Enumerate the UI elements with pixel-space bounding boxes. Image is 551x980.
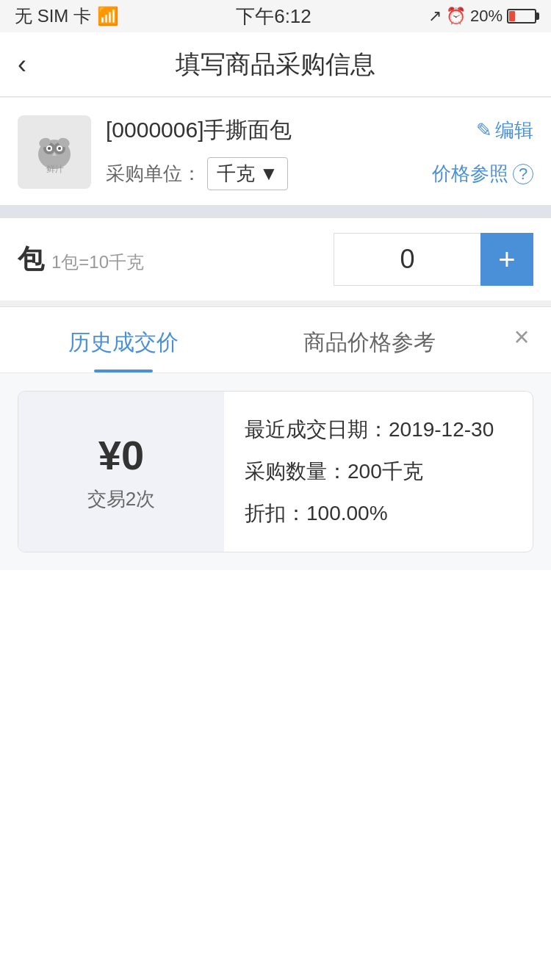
price-card-left: ¥0 交易2次 <box>18 392 224 552</box>
price-card-right: 最近成交日期：2019-12-30 采购数量：200千克 折扣：100.00% <box>224 392 533 552</box>
price-number: 0 <box>121 432 144 478</box>
tab-product-price-ref[interactable]: 商品价格参考 <box>246 307 492 372</box>
unit-value: 千克 <box>217 161 255 187</box>
purchase-quantity-label: 采购数量： <box>245 460 347 483</box>
price-trades: 交易2次 <box>87 486 155 512</box>
quantity-unit: 包 <box>18 242 44 278</box>
svg-point-6 <box>58 147 61 150</box>
quantity-sub-unit: 1包=10千克 <box>51 251 144 274</box>
svg-point-5 <box>48 147 51 150</box>
product-thumbnail: 鲜汁 <box>18 115 91 189</box>
quantity-input-wrap: 0 + <box>334 233 533 286</box>
status-bar: 无 SIM 卡 📶 下午6:12 ↗ ⏰ 20% <box>0 0 551 32</box>
recent-date-value: 2019-12-30 <box>389 418 494 441</box>
unit-select[interactable]: 千克 ▼ <box>207 157 288 190</box>
product-info: [0000006]手撕面包 ✎ 编辑 采购单位： 千克 ▼ 价格参照 ? <box>106 115 533 190</box>
price-currency: ¥ <box>98 432 121 478</box>
edit-label: 编辑 <box>495 118 533 143</box>
main-body <box>0 570 551 980</box>
svg-text:鲜汁: 鲜汁 <box>46 164 64 174</box>
tabs-panel: 历史成交价 商品价格参考 × ¥0 交易2次 最近成交日期：2019-12-30… <box>0 306 551 570</box>
quantity-section: 包 1包=10千克 0 + <box>0 218 551 300</box>
section-divider <box>0 205 551 218</box>
alarm-icon: ⏰ <box>446 7 466 26</box>
product-logo: 鲜汁 <box>29 126 80 178</box>
dropdown-icon: ▼ <box>259 162 278 185</box>
edit-icon: ✎ <box>476 119 492 142</box>
wifi-icon: 📶 <box>97 6 119 26</box>
status-right: ↗ ⏰ 20% <box>428 7 536 26</box>
help-icon: ? <box>513 164 533 184</box>
tab-close-button[interactable]: × <box>492 322 551 359</box>
page-header: ‹ 填写商品采购信息 <box>0 32 551 97</box>
quantity-row: 采购数量：200千克 <box>245 457 512 486</box>
unit-label: 采购单位： <box>106 161 201 187</box>
tab-content: ¥0 交易2次 最近成交日期：2019-12-30 采购数量：200千克 折扣：… <box>0 373 551 570</box>
tabs-header: 历史成交价 商品价格参考 × <box>0 307 551 373</box>
product-name: [0000006]手撕面包 <box>106 115 292 145</box>
product-section: 鲜汁 [0000006]手撕面包 ✎ 编辑 采购单位： 千克 ▼ <box>0 98 551 205</box>
discount-value: 100.00% <box>306 502 388 525</box>
discount-row: 折扣：100.00% <box>245 499 512 527</box>
status-left: 无 SIM 卡 📶 <box>15 4 119 28</box>
purchase-quantity-value: 200千克 <box>347 460 423 483</box>
quantity-plus-button[interactable]: + <box>480 233 533 286</box>
price-card: ¥0 交易2次 最近成交日期：2019-12-30 采购数量：200千克 折扣：… <box>18 391 533 552</box>
back-button[interactable]: ‹ <box>18 49 26 80</box>
battery-icon <box>507 9 536 24</box>
price-value: ¥0 <box>98 431 144 479</box>
sim-text: 无 SIM 卡 <box>15 4 91 28</box>
tab-history-price[interactable]: 历史成交价 <box>0 307 246 372</box>
recent-date-label: 最近成交日期： <box>245 418 389 441</box>
price-ref-label: 价格参照 <box>432 161 508 187</box>
battery-percent: 20% <box>470 7 503 26</box>
status-time: 下午6:12 <box>236 4 311 29</box>
recent-date-row: 最近成交日期：2019-12-30 <box>245 415 512 444</box>
quantity-input[interactable]: 0 <box>334 233 480 286</box>
edit-button[interactable]: ✎ 编辑 <box>476 118 533 143</box>
price-ref-button[interactable]: 价格参照 ? <box>432 161 533 187</box>
discount-label: 折扣： <box>245 502 306 525</box>
location-icon: ↗ <box>428 7 442 26</box>
page-title: 填写商品采购信息 <box>176 48 375 82</box>
